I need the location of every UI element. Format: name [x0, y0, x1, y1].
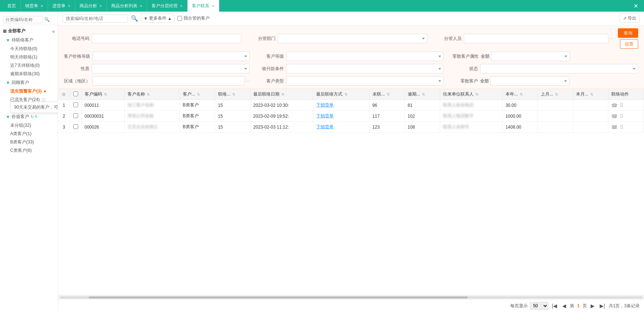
col-cust-type[interactable]: 客户... ⇅	[180, 89, 215, 100]
filter-price-level-select[interactable]	[92, 52, 250, 61]
row1-overdue: 81	[404, 100, 440, 111]
tab-sales-close[interactable]: ✕	[40, 4, 43, 8]
filter-status-select[interactable]	[480, 64, 638, 73]
col-checkbox[interactable]	[70, 89, 81, 100]
tab-customer-layer[interactable]: 客户分层经营 ✕	[147, 0, 188, 12]
sidebar-section-value[interactable]: ▼ 价值客户 ↻ ✎	[0, 112, 58, 121]
sidebar-collapse-icon[interactable]: «	[52, 28, 55, 34]
row1-more-icon[interactable]: ⠿	[620, 102, 623, 108]
horizontal-scrollbar[interactable]	[58, 295, 644, 299]
first-page-button[interactable]: |◀	[551, 302, 559, 309]
filter-zero-cust-select[interactable]	[490, 76, 569, 86]
my-customers-checkbox-label[interactable]: 我分管的客户	[177, 15, 210, 21]
tab-goods-list-close[interactable]: ✕	[140, 4, 142, 8]
tab-purchase[interactable]: 进货单 ✕	[48, 0, 75, 12]
row1-contact-icon[interactable]: ☎	[611, 102, 617, 108]
col-last-method[interactable]: 最后联络方式 ⇅	[313, 89, 369, 100]
col-this-year[interactable]: 本年... ⇅	[502, 89, 538, 100]
table-row: 3 000026 王五企业名称公 B类客户 15 2023-02-03 11:1…	[58, 122, 644, 133]
setting-button[interactable]: 设置	[620, 39, 638, 49]
row2-contact-icon[interactable]: ☎	[611, 113, 617, 119]
row2-last-method[interactable]: 下销货单	[313, 111, 369, 122]
prev-page-button[interactable]: ◀	[561, 302, 568, 309]
filter-region-dots[interactable]: ···	[246, 78, 250, 84]
col-name[interactable]: 客户名称 ⇅	[124, 89, 180, 100]
query-button[interactable]: 查询	[618, 28, 638, 38]
filter-payment-select[interactable]	[286, 64, 444, 73]
filter-phone-input[interactable]	[92, 34, 241, 43]
sidebar-item-churn-warning[interactable]: 流失预警客户(3) ●	[0, 87, 58, 96]
sidebar-section-pending[interactable]: ▼ 待联络客户	[0, 36, 58, 45]
row1-last-method[interactable]: 下销货单	[313, 100, 369, 111]
sidebar-all-customers[interactable]: ⊞ 全部客户 «	[0, 27, 58, 36]
row3-last-method[interactable]: 下销货单	[313, 122, 369, 133]
row2-more-icon[interactable]: ⠿	[620, 113, 623, 119]
row3-more-icon[interactable]: ⠿	[620, 124, 623, 130]
tab-customer-layer-close[interactable]: ✕	[180, 4, 183, 8]
sidebar-item-7day-pending[interactable]: 近7天待联络(0)	[0, 61, 58, 70]
filter-dept-select[interactable]	[278, 34, 427, 43]
last-page-button[interactable]: ▶|	[598, 302, 607, 309]
col-settings[interactable]: ⚙	[58, 89, 70, 100]
col-contact[interactable]: 联络... ⇅	[215, 89, 250, 100]
row3-last-month	[538, 122, 573, 133]
filter-region-label: 区域（地区）	[64, 78, 90, 84]
tab-goods-analysis-close[interactable]: ✕	[99, 4, 102, 8]
export-button[interactable]: ↗ 导出	[620, 14, 640, 23]
scrollbar-track[interactable]	[60, 296, 643, 299]
row2-last-month	[538, 111, 573, 122]
tab-customer-contact-close[interactable]: ✕	[212, 4, 214, 8]
sort-overdue-icon: ⇅	[422, 92, 425, 96]
select-all-checkbox[interactable]	[73, 92, 78, 96]
search-icon-main[interactable]: 🔍	[131, 15, 138, 22]
filter-phone-label: 电话号码	[64, 36, 89, 42]
tab-sales[interactable]: 销货单 ✕	[21, 0, 48, 12]
sort-last-method-icon: ⇅	[345, 92, 347, 96]
col-overdue[interactable]: 逾期... ⇅	[404, 89, 440, 100]
filter-cust-type-select[interactable]	[286, 76, 444, 86]
col-no-contact[interactable]: 未联... ⇅	[369, 89, 404, 100]
sidebar-item-today-pending[interactable]: 今天待联络(0)	[0, 45, 58, 53]
sidebar-item-b-class[interactable]: B类客户(33)	[0, 138, 58, 146]
sidebar-search-input[interactable]	[3, 16, 43, 23]
filter-zero-attr-select[interactable]	[491, 52, 569, 61]
scrollbar-thumb[interactable]	[89, 296, 468, 299]
sidebar-item-overdue-pending[interactable]: 逾期未联络(30)	[0, 70, 58, 78]
row3-checkbox[interactable]	[70, 122, 81, 133]
filter-person-input[interactable]	[464, 34, 608, 43]
col-last-date[interactable]: 最后联络日期 ⇅	[250, 89, 313, 100]
sidebar-search-icon[interactable]: 🔍	[44, 17, 50, 22]
next-page-button[interactable]: ▶	[589, 302, 596, 309]
page-size-select[interactable]: 50 100 200	[530, 302, 548, 310]
tab-home[interactable]: 首页	[3, 0, 21, 12]
col-contact-person[interactable]: 往来单位联系人 ⇅	[440, 89, 502, 100]
tab-purchase-close[interactable]: ✕	[68, 4, 71, 8]
more-conditions-button[interactable]: ▼ 更多条件 ▲	[141, 14, 174, 23]
sidebar-section-review[interactable]: ▼ 回顾客户	[0, 78, 58, 87]
refresh-icon[interactable]: ↻	[31, 114, 34, 119]
edit-icon[interactable]: ✎	[35, 114, 38, 119]
tab-goods-analysis[interactable]: 商品分析 ✕	[75, 0, 107, 12]
my-customers-checkbox[interactable]	[177, 16, 182, 21]
sidebar-item-c-class[interactable]: C类客户(6)	[0, 146, 58, 155]
filter-region-input[interactable]	[92, 76, 245, 86]
search-input[interactable]	[63, 15, 128, 23]
tab-goods-list[interactable]: 商品分析列表 ✕	[107, 0, 147, 12]
col-this-month[interactable]: 本月... ⇅	[573, 89, 608, 100]
row1-checkbox[interactable]	[70, 100, 81, 111]
filter-nature-select[interactable]	[92, 64, 250, 73]
row2-checkbox[interactable]	[70, 111, 81, 122]
tab-customer-contact[interactable]: 客户联系 ✕	[188, 0, 219, 12]
sidebar-item-a-class[interactable]: A类客户(1)	[0, 130, 58, 138]
sidebar-item-tomorrow-pending[interactable]: 明天待联络(1)	[0, 53, 58, 61]
sort-this-month-icon: ⇅	[590, 92, 593, 96]
filter-cust-level-select[interactable]	[286, 52, 444, 61]
settings-icon[interactable]: ⚙	[62, 92, 66, 97]
window-close-button[interactable]: ✕	[631, 3, 641, 9]
col-code[interactable]: 客户编码 ⇅	[81, 89, 124, 100]
filter-person-dots[interactable]: ···	[610, 36, 613, 41]
col-last-month[interactable]: 上月... ⇅	[538, 89, 573, 100]
sort-this-year-icon: ⇅	[520, 92, 523, 96]
row3-contact-icon[interactable]: ☎	[611, 124, 617, 130]
sidebar-item-ungrouped[interactable]: 未分组(32)	[0, 121, 58, 130]
